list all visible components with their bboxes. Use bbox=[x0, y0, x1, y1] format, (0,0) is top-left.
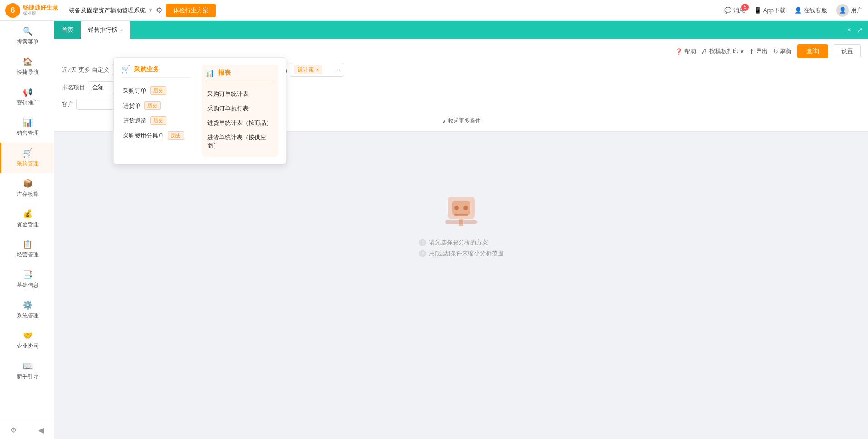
empty-hint-1: 1 请先选择要分析的方案 bbox=[419, 238, 488, 247]
industry-button[interactable]: 体验行业方案 bbox=[166, 4, 216, 17]
empty-hint-1-text: 请先选择要分析的方案 bbox=[429, 238, 488, 247]
logo-icon: 6 bbox=[5, 3, 20, 18]
sidebar-finance-label: 资金管理 bbox=[17, 221, 39, 228]
user-avatar: 👤 bbox=[836, 4, 849, 17]
online-service-button[interactable]: 👤 在线客服 bbox=[795, 6, 827, 15]
empty-hint-2: 2 用[过滤]条件来缩小分析范围 bbox=[419, 249, 503, 257]
svg-point-3 bbox=[463, 206, 468, 210]
message-badge: 5 bbox=[741, 4, 749, 11]
online-service-label: 在线客服 bbox=[804, 6, 827, 15]
menu-item-purchase-expense[interactable]: 采购费用分摊单 历史 bbox=[121, 128, 191, 143]
purchase-dropdown-menu: 🛒 采购业务 采购订单 历史 进货单 历史 进货退货 历史 bbox=[113, 57, 286, 164]
sales-icon: 📊 bbox=[23, 118, 33, 128]
purchase-order-label: 采购订单 bbox=[123, 87, 146, 95]
sidebar-quicknav-label: 快捷导航 bbox=[17, 69, 39, 76]
inventory-icon: 📦 bbox=[23, 178, 33, 188]
top-header: 6 畅捷通好生意 标准版 装备及固定资产辅助管理系统 ▾ ⚙ 体验行业方案 💬 … bbox=[0, 0, 868, 21]
sidebar-item-system[interactable]: ⚙️ 系统管理 bbox=[0, 295, 54, 325]
sidebar-bottom: ⚙ ◀ bbox=[0, 421, 54, 439]
sidebar: 🔍 搜索菜单 🏠 快捷导航 📢 营销推广 📊 销售管理 🛒 采购管理 📦 库存核… bbox=[0, 21, 54, 439]
messages-button[interactable]: 💬 消息 5 bbox=[724, 6, 745, 15]
svg-point-2 bbox=[454, 206, 459, 210]
goods-tag: 设计素 × bbox=[294, 65, 322, 74]
logo-area: 6 畅捷通好生意 标准版 bbox=[5, 3, 60, 18]
system-icon: ⚙️ bbox=[23, 300, 33, 310]
user-button[interactable]: 👤 用户 bbox=[836, 4, 863, 17]
sidebar-operations-label: 经营管理 bbox=[17, 251, 39, 259]
tab-expand-icon[interactable]: ⤢ bbox=[855, 24, 864, 36]
tab-home[interactable]: 首页 bbox=[54, 21, 81, 39]
tab-sales-ranking-label: 销售排行榜 bbox=[88, 26, 117, 34]
sidebar-sales-label: 销售管理 bbox=[17, 129, 39, 137]
tab-close-icon[interactable]: × bbox=[120, 27, 123, 33]
goods-value[interactable]: 设计素 × ··· bbox=[290, 63, 344, 77]
tab-close-all-icon[interactable]: × bbox=[845, 24, 853, 36]
logo-text: 畅捷通好生意 标准版 bbox=[23, 4, 58, 17]
goods-more-icon: ··· bbox=[336, 66, 341, 73]
sidebar-item-finance[interactable]: 💰 资金管理 bbox=[0, 203, 54, 234]
system-title: 装备及固定资产辅助管理系统 bbox=[69, 6, 146, 15]
menu-item-inbound-stats-goods[interactable]: 进货单统计表（按商品） bbox=[205, 116, 275, 130]
system-dropdown-arrow[interactable]: ▾ bbox=[149, 7, 152, 14]
print-button[interactable]: 🖨 按模板打印 ▾ bbox=[702, 47, 744, 55]
print-dropdown-icon: ▾ bbox=[741, 48, 744, 55]
menu-item-inbound-stats-supplier[interactable]: 进货单统计表（按供应商） bbox=[205, 130, 275, 153]
help-icon: ❓ bbox=[675, 48, 683, 55]
goods-tag-text: 设计素 bbox=[297, 66, 314, 74]
rank-value: 金额 bbox=[92, 84, 104, 92]
sidebar-item-quicknav[interactable]: 🏠 快捷导航 bbox=[0, 51, 54, 82]
svg-rect-6 bbox=[445, 220, 477, 224]
menu-item-purchase-order[interactable]: 采购订单 历史 bbox=[121, 83, 191, 98]
main-layout: 🔍 搜索菜单 🏠 快捷导航 📢 营销推广 📊 销售管理 🛒 采购管理 📦 库存核… bbox=[0, 21, 868, 439]
inbound-label: 进货单 bbox=[123, 102, 141, 110]
help-button[interactable]: ❓ 帮助 bbox=[675, 47, 696, 55]
guide-icon: 📖 bbox=[23, 361, 33, 371]
sidebar-collapse-icon[interactable]: ◀ bbox=[38, 426, 44, 434]
sidebar-item-marketing[interactable]: 📢 营销推广 bbox=[0, 82, 54, 112]
settings-button[interactable]: 设置 bbox=[834, 44, 861, 58]
sidebar-guide-label: 新手引导 bbox=[17, 373, 39, 380]
tab-bar-right: × ⤢ bbox=[845, 24, 868, 36]
sidebar-item-basic-info[interactable]: 📑 基础信息 bbox=[0, 264, 54, 295]
search-icon: 🔍 bbox=[23, 26, 33, 36]
menu-item-purchase-order-exec[interactable]: 采购订单执行表 bbox=[205, 101, 275, 116]
inbound-stats-goods-label: 进货单统计表（按商品） bbox=[207, 119, 272, 127]
sidebar-item-purchase[interactable]: 🛒 采购管理 bbox=[0, 143, 54, 173]
sidebar-item-search[interactable]: 🔍 搜索菜单 bbox=[0, 21, 54, 51]
step1-num: 1 bbox=[419, 239, 426, 246]
goods-tag-close[interactable]: × bbox=[316, 67, 319, 73]
system-settings-icon[interactable]: ⚙ bbox=[156, 6, 162, 15]
menu-item-purchase-order-stats[interactable]: 采购订单统计表 bbox=[205, 87, 275, 101]
sidebar-item-collaboration[interactable]: 🤝 企业协同 bbox=[0, 325, 54, 355]
help-label: 帮助 bbox=[684, 47, 696, 55]
purchase-icon: 🛒 bbox=[23, 148, 33, 158]
export-label: 导出 bbox=[756, 47, 768, 55]
svg-rect-4 bbox=[454, 214, 468, 216]
sidebar-item-inventory[interactable]: 📦 库存核算 bbox=[0, 173, 54, 203]
sidebar-item-operations[interactable]: 📋 经营管理 bbox=[0, 234, 54, 264]
empty-text: 1 请先选择要分析的方案 2 用[过滤]条件来缩小分析范围 bbox=[419, 238, 503, 257]
sidebar-item-guide[interactable]: 📖 新手引导 bbox=[0, 355, 54, 386]
sidebar-basic-info-label: 基础信息 bbox=[17, 281, 39, 289]
report-section-title: 📊 报表 bbox=[205, 69, 275, 81]
export-button[interactable]: ⬆ 导出 bbox=[749, 47, 768, 55]
sidebar-item-sales[interactable]: 📊 销售管理 bbox=[0, 112, 54, 143]
purchase-order-history-tag: 历史 bbox=[150, 86, 166, 95]
inbound-history-tag: 历史 bbox=[144, 101, 161, 110]
finance-icon: 💰 bbox=[23, 209, 33, 219]
purchase-section: 🛒 采购业务 采购订单 历史 进货单 历史 进货退货 历史 bbox=[121, 65, 191, 157]
sidebar-system-label: 系统管理 bbox=[17, 312, 39, 320]
menu-item-inbound[interactable]: 进货单 历史 bbox=[121, 98, 191, 113]
sidebar-settings-icon[interactable]: ⚙ bbox=[10, 426, 17, 434]
header-right: 💬 消息 5 📱 App下载 👤 在线客服 👤 用户 bbox=[724, 4, 863, 17]
content-area: 首页 销售排行榜 × × ⤢ ❓ 帮助 bbox=[54, 21, 868, 439]
tab-sales-ranking[interactable]: 销售排行榜 × bbox=[81, 21, 130, 39]
purchase-expense-history-tag: 历史 bbox=[168, 131, 184, 140]
tab-bar: 首页 销售排行榜 × × ⤢ bbox=[54, 21, 868, 39]
menu-item-inbound-return[interactable]: 进货退货 历史 bbox=[121, 113, 191, 128]
app-download-button[interactable]: 📱 App下载 bbox=[754, 6, 785, 15]
user-label: 用户 bbox=[851, 6, 863, 15]
query-button[interactable]: 查询 bbox=[797, 44, 828, 58]
rank-label: 排名项目 bbox=[62, 84, 85, 92]
refresh-button[interactable]: ↻ 刷新 bbox=[773, 47, 792, 55]
